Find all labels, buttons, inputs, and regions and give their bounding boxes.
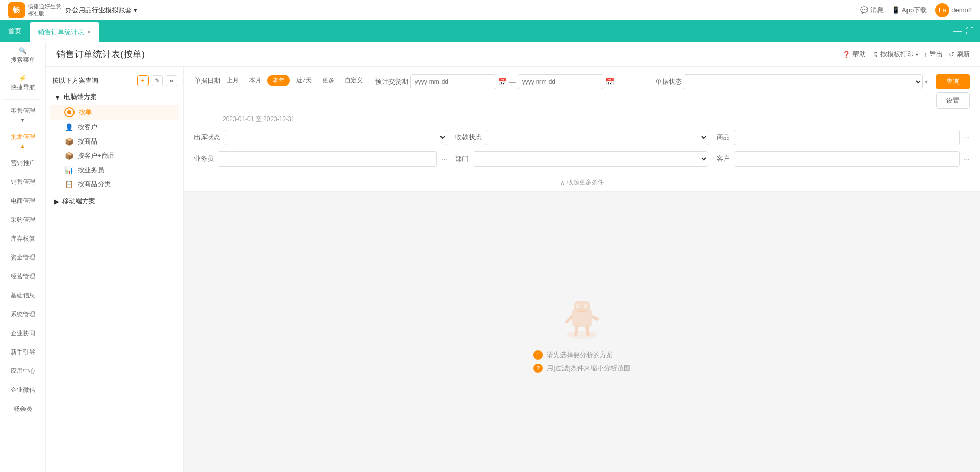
sidebar-item-purchase[interactable]: 采购管理 <box>0 210 45 229</box>
tree-parent-mobile[interactable]: ▶ 移动端方案 <box>50 194 179 209</box>
logo-char: 畅 <box>13 6 20 15</box>
top-bar-right: 💬 消息 📱 App下载 Ea demo2 <box>860 3 972 17</box>
sidebar-item-wechat[interactable]: 企业微信 <box>0 381 45 399</box>
help-icon: ❓ <box>842 51 850 58</box>
left-panel-icons: + ✎ « <box>137 75 177 86</box>
filter-section: 单据日期 上月 本月 本年 近7天 更多 自定义 预计交货期 📅 <box>184 67 980 174</box>
tree-item-by-salesperson[interactable]: 📊 按业务员 <box>50 163 179 177</box>
dept-block: 部门 <box>455 151 708 167</box>
category-icon: 📋 <box>64 180 74 189</box>
breadcrumb-arrow-icon: ▾ <box>134 6 137 14</box>
logo-icon: 畅 <box>8 2 24 18</box>
date-btn-this-month[interactable]: 本月 <box>245 74 265 87</box>
product-more-icon[interactable]: ··· <box>964 133 970 141</box>
tab-close-icon[interactable]: × <box>87 29 91 36</box>
user-menu[interactable]: Ea demo2 <box>935 3 972 17</box>
product-label: 商品 <box>717 133 730 142</box>
tree-item-by-customer-product[interactable]: 📦 按客户+商品 <box>50 149 179 163</box>
sidebar-item-search[interactable]: 🔍 搜索菜单 <box>0 42 45 69</box>
customer-input[interactable] <box>734 151 960 167</box>
salesperson-label: 业务员 <box>194 154 214 163</box>
date-btn-7days[interactable]: 近7天 <box>292 74 316 87</box>
sidebar-item-quicknav[interactable]: ⚡ 快捷导航 <box>0 69 45 97</box>
sidebar-item-enterprise[interactable]: 企业协同 <box>0 324 45 343</box>
collapse-button[interactable]: ∧ 收起更多条件 <box>560 178 604 187</box>
tree-parent-pc[interactable]: ▼ 电脑端方案 <box>50 89 179 105</box>
sidebar-item-marketing[interactable]: 营销推广 <box>0 154 45 173</box>
delivery-status-block: 出库状态 <box>194 130 447 145</box>
date-btn-last-month[interactable]: 上月 <box>223 74 243 87</box>
collapse-panel-button[interactable]: « <box>166 75 177 86</box>
sidebar: 🔍 搜索菜单 ⚡ 快捷导航 零售管理 ▼ 批发管理 ▲ 营销推广 销售管理 电商… <box>0 42 46 472</box>
tip2-text: 用[过滤]条件来缩小分析范围 <box>547 364 630 373</box>
retail-arrow-icon: ▼ <box>20 117 26 123</box>
tab-minimize-icon[interactable]: — <box>953 27 962 36</box>
sidebar-item-wholesale[interactable]: 批发管理 ▲ <box>0 128 45 154</box>
calendar-start-icon[interactable]: 📅 <box>498 78 507 86</box>
dept-select[interactable] <box>473 151 708 167</box>
sidebar-item-inventory[interactable]: 库存核算 <box>0 229 45 248</box>
sidebar-item-finance[interactable]: 资金管理 <box>0 248 45 267</box>
page-header-actions: ❓ 帮助 🖨 按模板打印 ▾ ↑ 导出 ↺ 刷新 <box>842 50 970 65</box>
breadcrumb[interactable]: 办公用品行业模拟账套 ▾ <box>65 6 137 15</box>
status-dropdown-icon: ▾ <box>925 78 928 85</box>
left-panel-title: 按以下方案查询 <box>52 76 99 85</box>
tree-item-by-order[interactable]: 按单 <box>50 105 179 120</box>
add-scheme-button[interactable]: + <box>137 75 149 86</box>
sidebar-item-business[interactable]: 经营管理 <box>0 267 45 286</box>
help-button[interactable]: ❓ 帮助 <box>842 50 866 59</box>
message-button[interactable]: 💬 消息 <box>860 6 884 15</box>
sidebar-item-system[interactable]: 系统管理 <box>0 305 45 324</box>
date-range-text: 2023-01-01 至 2023-12-31 <box>223 115 295 123</box>
sidebar-item-sales[interactable]: 销售管理 <box>0 173 45 192</box>
calendar-end-icon[interactable]: 📅 <box>605 78 614 86</box>
inner-layout: 按以下方案查询 + ✎ « ▼ 电脑端方案 <box>46 67 980 472</box>
logo-area: 畅 畅捷通好生意 标准版 <box>8 2 61 18</box>
sidebar-item-basic[interactable]: 基础信息 <box>0 286 45 305</box>
sidebar-item-guide[interactable]: 新手引导 <box>0 343 45 362</box>
page-title: 销售订单统计表(按单) <box>56 48 145 66</box>
sidebar-item-member[interactable]: 畅会员 <box>0 399 45 418</box>
date-btn-this-year[interactable]: 本年 <box>267 75 290 86</box>
status-select[interactable] <box>684 74 923 89</box>
tip1-text: 请先选择要分析的方案 <box>547 350 613 360</box>
sidebar-item-ecommerce[interactable]: 电商管理 <box>0 192 45 210</box>
tab-sales-order[interactable]: 销售订单统计表 × <box>30 22 99 42</box>
tab-home[interactable]: 首页 <box>0 20 30 42</box>
customer-more-icon[interactable]: ··· <box>964 155 970 163</box>
svg-line-10 <box>576 327 577 335</box>
query-button[interactable]: 查询 <box>936 74 970 89</box>
app-download-button[interactable]: 📱 App下载 <box>892 6 927 15</box>
right-panel: 单据日期 上月 本月 本年 近7天 更多 自定义 预计交货期 📅 <box>184 67 980 472</box>
sidebar-item-retail[interactable]: 零售管理 ▼ <box>0 102 45 128</box>
page-header: 销售订单统计表(按单) ❓ 帮助 🖨 按模板打印 ▾ ↑ 导出 ↺ 刷新 <box>46 42 980 67</box>
tree-mobile-expand-icon: ▶ <box>54 198 59 205</box>
svg-line-11 <box>587 327 588 335</box>
salesperson-input[interactable] <box>218 151 437 167</box>
delivery-status-select[interactable] <box>225 130 447 145</box>
tree-item-by-product[interactable]: 📦 按商品 <box>50 134 179 149</box>
svg-line-9 <box>592 317 597 319</box>
left-panel: 按以下方案查询 + ✎ « ▼ 电脑端方案 <box>46 67 184 472</box>
settings-button[interactable]: 设置 <box>936 92 970 109</box>
collapse-bar[interactable]: ∧ 收起更多条件 <box>184 174 980 192</box>
export-button[interactable]: ↑ 导出 <box>924 50 943 59</box>
refresh-button[interactable]: ↺ 刷新 <box>949 50 970 59</box>
date-btn-more[interactable]: 更多 <box>318 74 338 87</box>
customer-product-icon: 📦 <box>64 151 74 160</box>
template-print-button[interactable]: 🖨 按模板打印 ▾ <box>872 50 918 59</box>
product-input[interactable] <box>734 130 960 145</box>
sidebar-item-appcenter[interactable]: 应用中心 <box>0 362 45 381</box>
salesperson-more-icon[interactable]: ··· <box>441 155 447 163</box>
date-btn-custom[interactable]: 自定义 <box>340 74 367 87</box>
payment-status-select[interactable] <box>486 130 708 145</box>
expected-date-end-input[interactable] <box>518 74 603 89</box>
expected-date-start-input[interactable] <box>410 74 496 89</box>
tree-item-by-customer[interactable]: 👤 按客户 <box>50 120 179 134</box>
tab-maximize-icon[interactable]: ⛶ <box>966 27 974 36</box>
svg-point-0 <box>567 331 597 339</box>
tree-item-by-product-category[interactable]: 📋 按商品分类 <box>50 177 179 192</box>
svg-point-6 <box>585 305 587 306</box>
delivery-label: 出库状态 <box>194 133 220 142</box>
edit-scheme-button[interactable]: ✎ <box>152 75 163 86</box>
